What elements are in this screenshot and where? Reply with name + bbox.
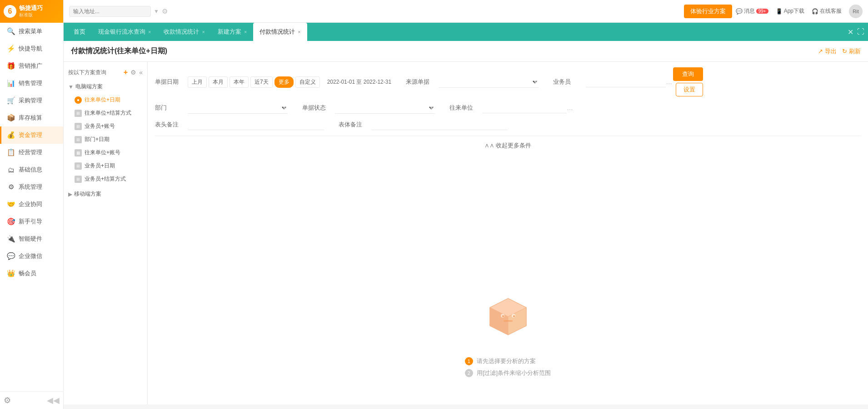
scheme-item-staff-settle[interactable]: ⊞业务员+结算方式 <box>64 172 147 186</box>
fullscreen-icon[interactable]: ⛶ <box>857 28 864 36</box>
partner-account-icon: ▦ <box>75 149 82 157</box>
partner-date-icon: ● <box>75 96 82 104</box>
sales-icon: 📊 <box>7 79 15 87</box>
query-btn[interactable]: 查询 <box>673 67 703 81</box>
tab-cash-flow[interactable]: 现金银行流水查询 × <box>92 23 157 41</box>
mobile-group-label: 移动端方案 <box>74 190 101 198</box>
dept-select[interactable] <box>188 102 288 114</box>
tab-receipts[interactable]: 收款情况统计 × <box>157 23 211 41</box>
settings-btn[interactable]: 设置 <box>676 83 703 96</box>
header-note-input[interactable] <box>188 119 324 130</box>
scheme-settings-icon[interactable]: ⚙ <box>130 69 136 76</box>
close-all-tabs-icon[interactable]: ✕ <box>848 28 853 36</box>
tab-home[interactable]: 首页 <box>67 23 92 41</box>
sidebar-item-guide[interactable]: 🎯新手引导 <box>0 213 63 230</box>
address-dropdown-icon[interactable]: ▼ <box>154 8 159 15</box>
tab-new-scheme[interactable]: 新建方案 × <box>211 23 253 41</box>
close-receipts-icon[interactable]: × <box>202 29 205 35</box>
wechat-icon: 💬 <box>7 252 15 260</box>
empty-hints: 1 请先选择要分析的方案 2 用[过滤]条件来缩小分析范围 <box>465 357 551 377</box>
address-input[interactable] <box>69 6 151 17</box>
add-scheme-icon[interactable]: + <box>124 68 128 76</box>
staff-dots-icon[interactable]: … <box>666 78 672 86</box>
sidebar-item-label: 经营管理 <box>19 148 42 157</box>
message-icon: 💬 <box>736 8 743 15</box>
collapse-up-icon: ∧∧ <box>484 142 496 149</box>
staff-settle-icon: ⊞ <box>75 176 82 183</box>
scheme-collapse-icon[interactable]: « <box>139 69 143 76</box>
scheme-item-partner-date[interactable]: ●往来单位+日期 <box>64 93 147 106</box>
scheme-item-staff-account[interactable]: ⊞业务员+账号 <box>64 120 147 133</box>
sidebar-item-finance[interactable]: 💰资金管理 <box>0 126 63 144</box>
staff-input[interactable] <box>586 76 666 87</box>
dept-date-icon: ⊞ <box>75 136 82 143</box>
sidebar-item-label: 搜索菜单 <box>19 27 42 35</box>
close-cash-flow-icon[interactable]: × <box>148 29 151 35</box>
online-service-action[interactable]: 🎧 在线客服 <box>812 7 842 15</box>
sidebar-item-hardware[interactable]: 🔌智能硬件 <box>0 230 63 247</box>
sidebar-item-sales[interactable]: 📊销售管理 <box>0 75 63 92</box>
sidebar-item-label: 销售管理 <box>19 79 42 87</box>
tab-payment-stats[interactable]: 付款情况统计 × <box>253 23 307 41</box>
sidebar-item-system[interactable]: ⚙系统管理 <box>0 178 63 196</box>
export-btn[interactable]: ↗ 导出 <box>818 47 837 56</box>
date-last-7days-btn[interactable]: 近7天 <box>250 76 273 88</box>
try-industry-btn[interactable]: 体验行业方案 <box>684 5 732 18</box>
sidebar-item-basics[interactable]: 🗂基础信息 <box>0 161 63 178</box>
date-more-btn[interactable]: 更多 <box>274 76 294 88</box>
settings-icon[interactable]: ⚙ <box>162 7 168 15</box>
sidebar-item-label: 新手引导 <box>19 217 42 226</box>
messages-action[interactable]: 💬 消息 99+ <box>736 7 768 15</box>
sidebar-item-label: 畅会员 <box>19 269 36 278</box>
collapse-icon[interactable]: ◀◀ <box>47 395 60 405</box>
partner-input[interactable] <box>482 102 567 113</box>
scheme-item-staff-date[interactable]: ⊞业务员+日期 <box>64 159 147 172</box>
partner-account-label: 往来单位+账号 <box>85 149 120 157</box>
hint-num-1: 1 <box>465 357 473 365</box>
address-bar: ▼ ⚙ <box>69 6 680 17</box>
refresh-icon: ↻ <box>842 48 847 55</box>
body-note-input[interactable] <box>371 119 508 130</box>
scheme-item-dept-date[interactable]: ⊞部门+日期 <box>64 133 147 146</box>
header-note-input-wrapper <box>188 119 324 130</box>
scheme-item-partner-account[interactable]: ▦往来单位+账号 <box>64 146 147 159</box>
sidebar-item-member[interactable]: 👑畅会员 <box>0 265 63 282</box>
empty-illustration <box>481 294 535 348</box>
search-icon: 🔍 <box>7 27 15 35</box>
user-avatar[interactable]: Rit <box>849 5 863 18</box>
download-icon: 📱 <box>776 8 783 15</box>
sidebar-item-purchase[interactable]: 🛒采购管理 <box>0 92 63 109</box>
staff-input-wrapper: … <box>586 76 668 87</box>
partner-dots-icon[interactable]: … <box>567 104 573 111</box>
hint-text-1: 请先选择要分析的方案 <box>477 357 536 365</box>
sidebar-item-marketing[interactable]: 🎁营销推广 <box>0 57 63 75</box>
sidebar-item-search[interactable]: 🔍搜索菜单 <box>0 23 63 40</box>
mobile-group-header[interactable]: ▶ 移动端方案 <box>64 187 147 201</box>
svg-point-7 <box>513 315 515 317</box>
sidebar-item-quick-nav[interactable]: ⚡快捷导航 <box>0 40 63 57</box>
desktop-group-arrow: ▼ <box>68 84 74 90</box>
sidebar-item-inventory[interactable]: 📦库存核算 <box>0 109 63 126</box>
app-download-action[interactable]: 📱 App下载 <box>776 7 804 15</box>
refresh-btn[interactable]: ↻ 刷新 <box>842 47 861 56</box>
doc-status-select[interactable] <box>335 102 435 114</box>
sidebar-item-enterprise[interactable]: 🤝企业协同 <box>0 196 63 213</box>
sidebar-item-operations[interactable]: 📋经营管理 <box>0 144 63 161</box>
source-select[interactable] <box>439 76 539 88</box>
desktop-group-label: 电脑端方案 <box>75 83 103 91</box>
sidebar-item-wechat[interactable]: 💬企业微信 <box>0 247 63 265</box>
date-this-year-btn[interactable]: 本年 <box>229 76 249 88</box>
header-note-label: 表头备注 <box>155 121 182 129</box>
settings-icon[interactable]: ⚙ <box>4 395 11 405</box>
page-header: 付款情况统计(往来单位+日期) ↗ 导出 ↻ 刷新 <box>64 41 868 62</box>
close-payment-stats-icon[interactable]: × <box>298 29 300 35</box>
date-last-month-btn[interactable]: 上月 <box>188 76 207 88</box>
close-new-scheme-icon[interactable]: × <box>244 29 247 35</box>
date-this-month-btn[interactable]: 本月 <box>209 76 228 88</box>
desktop-group-header[interactable]: ▼ 电脑端方案 <box>64 80 147 93</box>
doc-status-select-wrapper: ▼ <box>335 102 435 114</box>
sidebar-item-label: 库存核算 <box>19 114 42 122</box>
collapse-more-btn[interactable]: ∧∧ 收起更多条件 <box>155 136 861 155</box>
scheme-item-partner-settle[interactable]: ⊞往来单位+结算方式 <box>64 106 147 120</box>
date-custom-btn[interactable]: 自定义 <box>295 76 320 88</box>
